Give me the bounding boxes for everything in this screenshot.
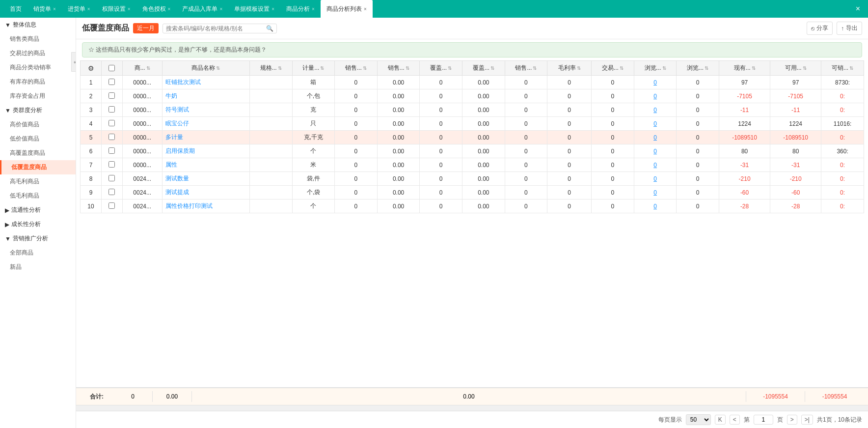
browse1-link[interactable]: 0	[653, 148, 657, 155]
row-name[interactable]: 眠宝公仔	[162, 117, 249, 131]
row-checkbox[interactable]	[102, 158, 122, 172]
search-input[interactable]	[166, 25, 264, 32]
row-browse1[interactable]: 0	[634, 172, 677, 186]
sidebar-item-high-value[interactable]: 高价值商品	[0, 117, 76, 132]
row-name[interactable]: 启用保质期	[162, 144, 249, 158]
row-checkbox[interactable]	[102, 200, 122, 213]
row-browse1[interactable]: 0	[634, 144, 677, 158]
col-cover1[interactable]: 覆盖...⇅	[420, 61, 462, 76]
col-sellable[interactable]: 可销...⇅	[821, 61, 864, 76]
time-filter-button[interactable]: 近一月	[133, 23, 159, 33]
row-select-checkbox[interactable]	[108, 147, 115, 154]
row-browse1[interactable]: 0	[634, 200, 677, 213]
nav-close-finished[interactable]: ×	[219, 6, 222, 12]
nav-purchase[interactable]: 进货单 ×	[62, 0, 96, 18]
sidebar-item-low-value[interactable]: 低价值商品	[0, 132, 76, 146]
row-select-checkbox[interactable]	[108, 175, 115, 181]
row-name[interactable]: 旺铺批次测试	[162, 76, 249, 89]
row-name[interactable]: 测试提成	[162, 186, 249, 200]
sidebar-item-low-margin[interactable]: 低毛利商品	[0, 189, 76, 203]
nav-permission[interactable]: 权限设置 ×	[96, 0, 136, 18]
row-checkbox[interactable]	[102, 131, 122, 144]
row-select-checkbox[interactable]	[108, 161, 115, 168]
row-name[interactable]: 符号测试	[162, 103, 249, 117]
nav-close-template[interactable]: ×	[271, 6, 274, 12]
row-select-checkbox[interactable]	[108, 120, 115, 126]
row-browse1[interactable]: 0	[634, 76, 677, 89]
browse1-link[interactable]: 0	[653, 120, 657, 127]
row-browse1[interactable]: 0	[634, 158, 677, 172]
row-checkbox[interactable]	[102, 117, 122, 131]
export-button[interactable]: ↑ 导出	[837, 22, 862, 35]
nav-home[interactable]: 首页	[4, 0, 27, 18]
nav-close-permission[interactable]: ×	[128, 6, 131, 12]
col-current[interactable]: 现有...⇅	[719, 61, 770, 76]
row-name[interactable]: 测试数量	[162, 172, 249, 186]
sidebar-section-overview[interactable]: ▼ 整体信息	[0, 18, 76, 32]
col-available[interactable]: 可用...⇅	[770, 61, 821, 76]
row-checkbox[interactable]	[102, 103, 122, 117]
row-select-checkbox[interactable]	[108, 189, 115, 195]
col-unit[interactable]: 计量...⇅	[292, 61, 335, 76]
col-sales3[interactable]: 销售...⇅	[505, 61, 547, 76]
col-browse2[interactable]: 浏览...⇅	[677, 61, 719, 76]
sidebar-item-high-coverage[interactable]: 高覆盖度商品	[0, 146, 76, 160]
nav-close-sales[interactable]: ×	[53, 6, 56, 12]
nav-close-analysis[interactable]: ×	[312, 6, 315, 12]
col-cover2[interactable]: 覆盖...⇅	[462, 61, 505, 76]
nav-close-analysis-list[interactable]: ×	[364, 6, 367, 12]
nav-product-analysis[interactable]: 商品分析 ×	[280, 0, 321, 18]
row-checkbox[interactable]	[102, 89, 122, 103]
col-name[interactable]: 商品名称⇅	[162, 61, 249, 76]
sidebar-item-low-coverage[interactable]: 低覆盖度商品	[0, 160, 76, 174]
col-spec[interactable]: 规格...⇅	[249, 61, 292, 76]
col-sales-amt[interactable]: 销售...⇅	[377, 61, 420, 76]
row-browse1[interactable]: 0	[634, 89, 677, 103]
sidebar-item-high-margin[interactable]: 高毛利商品	[0, 174, 76, 189]
sidebar-item-all-goods[interactable]: 全部商品	[0, 246, 76, 260]
row-name[interactable]: 属性价格打印测试	[162, 200, 249, 213]
sidebar-section-marketing[interactable]: ▼ 营销推广分析	[0, 231, 76, 246]
col-settings[interactable]: ⚙	[81, 61, 102, 76]
row-select-checkbox[interactable]	[108, 92, 115, 99]
col-trade[interactable]: 交易...⇅	[592, 61, 634, 76]
page-size-select[interactable]: 50 10 20 100	[686, 414, 711, 425]
horizontal-scrollbar[interactable]	[76, 405, 868, 411]
row-browse1[interactable]: 0	[634, 131, 677, 144]
row-browse1[interactable]: 0	[634, 103, 677, 117]
sidebar-item-stock-capital[interactable]: 库存资金占用	[0, 89, 76, 103]
row-name[interactable]: 牛奶	[162, 89, 249, 103]
row-browse1[interactable]: 0	[634, 186, 677, 200]
browse1-link[interactable]: 0	[653, 134, 657, 141]
window-close-button[interactable]: ×	[852, 4, 864, 13]
first-page-button[interactable]: K	[715, 415, 726, 425]
page-number-input[interactable]	[754, 415, 773, 425]
select-all-checkbox[interactable]	[108, 65, 115, 71]
browse1-link[interactable]: 0	[653, 175, 657, 182]
browse1-link[interactable]: 0	[653, 93, 657, 100]
last-page-button[interactable]: >|	[801, 415, 813, 425]
sidebar-section-growth[interactable]: ▶ 成长性分析	[0, 217, 76, 231]
col-sales-qty[interactable]: 销售...⇅	[335, 61, 378, 76]
nav-close-purchase[interactable]: ×	[87, 6, 90, 12]
browse1-link[interactable]: 0	[653, 79, 657, 86]
nav-finished-goods[interactable]: 产成品入库单 ×	[176, 0, 228, 18]
row-checkbox[interactable]	[102, 186, 122, 200]
nav-close-role[interactable]: ×	[168, 6, 171, 12]
nav-template[interactable]: 单据模板设置 ×	[228, 0, 280, 18]
browse1-link[interactable]: 0	[653, 107, 657, 114]
row-browse1[interactable]: 0	[634, 117, 677, 131]
sidebar-item-in-stock[interactable]: 有库存的商品	[0, 75, 76, 89]
col-checkbox[interactable]	[102, 61, 122, 76]
share-button[interactable]: ⎋ 分享	[807, 22, 833, 35]
next-page-button[interactable]: >	[787, 415, 797, 425]
sidebar-section-cluster[interactable]: ▼ 类群度分析	[0, 103, 76, 117]
row-select-checkbox[interactable]	[108, 134, 115, 140]
row-checkbox[interactable]	[102, 172, 122, 186]
sidebar-collapse-button[interactable]: «	[71, 52, 76, 72]
nav-role[interactable]: 角色授权 ×	[136, 0, 177, 18]
row-checkbox[interactable]	[102, 76, 122, 89]
row-name[interactable]: 多计量	[162, 131, 249, 144]
row-name[interactable]: 属性	[162, 158, 249, 172]
sidebar-section-flow[interactable]: ▶ 流通性分析	[0, 203, 76, 217]
